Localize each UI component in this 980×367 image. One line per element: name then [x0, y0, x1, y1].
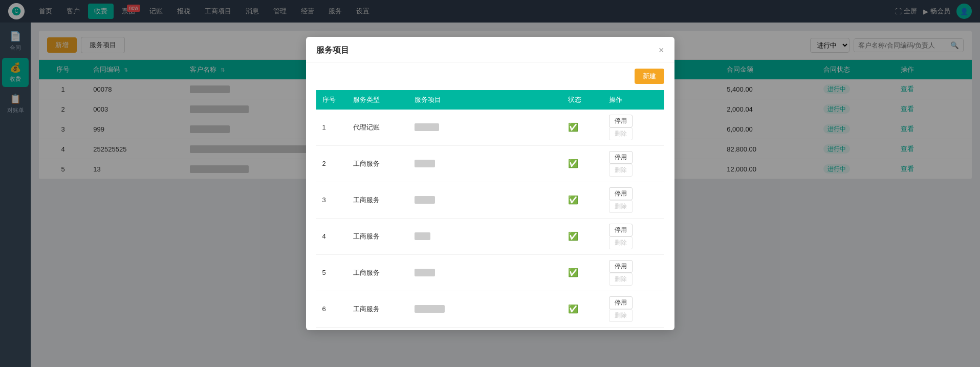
modal-table-row: 6 工商服务 ██████ ✅ 停用 删除 [316, 291, 664, 327]
stop-button[interactable]: 停用 [609, 115, 633, 127]
modal-table-row: 4 工商服务 ███ ✅ 停用 删除 [316, 218, 664, 254]
modal-table: 序号 服务类型 服务项目 状态 操作 1 代理记账 ████1 ✅ 停用 删除 … [316, 90, 664, 331]
modal-cell-status: ✅ [562, 182, 603, 218]
modal-cell-seq: 3 [316, 182, 347, 218]
stop-button[interactable]: 停用 [609, 187, 633, 200]
modal-body: 序号 服务类型 服务项目 状态 操作 1 代理记账 ████1 ✅ 停用 删除 … [306, 90, 674, 331]
service-modal: 服务项目 × 新建 序号 服务类型 服务项目 状态 操作 1 代理记账 [306, 37, 674, 331]
modal-cell-seq: 7 [316, 327, 347, 330]
delete-button[interactable]: 删除 [609, 273, 633, 286]
modal-cell-seq: 1 [316, 110, 347, 146]
modal-cell-seq: 2 [316, 145, 347, 182]
modal-th-item: 服务项目 [408, 90, 562, 110]
modal-cell-item: ████ [408, 182, 562, 218]
modal-cell-status: ✅ [562, 218, 603, 254]
modal-cell-seq: 6 [316, 291, 347, 327]
status-check-icon: ✅ [568, 196, 578, 204]
modal-cell-type: 工商服务 [347, 145, 408, 182]
status-check-icon: ✅ [568, 305, 578, 313]
delete-button[interactable]: 删除 [609, 309, 633, 322]
modal-table-body: 1 代理记账 ████1 ✅ 停用 删除 2 工商服务 ████ ✅ 停用 删除… [316, 110, 664, 331]
modal-cell-action: 停用 删除 [603, 327, 664, 330]
modal-th-status: 状态 [562, 90, 603, 110]
modal-cell-item: ███ [408, 218, 562, 254]
modal-cell-seq: 5 [316, 254, 347, 291]
modal-cell-type: 工商服务 [347, 182, 408, 218]
modal-cell-status: ✅ [562, 254, 603, 291]
modal-cell-type: 工商服务 [347, 327, 408, 330]
modal-cell-action: 停用 删除 [603, 291, 664, 327]
modal-header: 服务项目 × [306, 37, 674, 62]
modal-cell-action: 停用 删除 [603, 145, 664, 182]
stop-button[interactable]: 停用 [609, 151, 633, 164]
modal-cell-action: 停用 删除 [603, 110, 664, 146]
modal-cell-action: 停用 删除 [603, 182, 664, 218]
modal-cell-type: 工商服务 [347, 254, 408, 291]
modal-cell-status: ✅ [562, 291, 603, 327]
delete-button[interactable]: 删除 [609, 127, 633, 140]
modal-toolbar: 新建 [306, 62, 674, 90]
modal-cell-item: ████ [408, 254, 562, 291]
modal-cell-type: 代理记账 [347, 110, 408, 146]
status-check-icon: ✅ [568, 232, 578, 241]
status-check-icon: ✅ [568, 123, 578, 132]
stop-button[interactable]: 停用 [609, 296, 633, 309]
stop-button[interactable]: 停用 [609, 224, 633, 236]
modal-cell-action: 停用 删除 [603, 254, 664, 291]
status-check-icon: ✅ [568, 268, 578, 277]
modal-new-button[interactable]: 新建 [635, 69, 664, 84]
modal-table-row: 2 工商服务 ████ ✅ 停用 删除 [316, 145, 664, 182]
modal-th-type: 服务类型 [347, 90, 408, 110]
modal-overlay[interactable]: 服务项目 × 新建 序号 服务类型 服务项目 状态 操作 1 代理记账 [0, 0, 980, 367]
modal-table-header: 序号 服务类型 服务项目 状态 操作 [316, 90, 664, 110]
modal-cell-item: ███ [408, 327, 562, 330]
modal-th-seq: 序号 [316, 90, 347, 110]
modal-cell-status: ✅ [562, 327, 603, 330]
modal-title: 服务项目 [316, 45, 349, 56]
modal-cell-type: 工商服务 [347, 291, 408, 327]
modal-table-row: 1 代理记账 ████1 ✅ 停用 删除 [316, 110, 664, 146]
modal-cell-item: ██████ [408, 291, 562, 327]
modal-th-action: 操作 [603, 90, 664, 110]
modal-cell-status: ✅ [562, 110, 603, 146]
delete-button[interactable]: 删除 [609, 200, 633, 213]
modal-cell-seq: 4 [316, 218, 347, 254]
modal-close-button[interactable]: × [659, 45, 664, 56]
delete-button[interactable]: 删除 [609, 236, 633, 249]
modal-cell-item: ████1 [408, 110, 562, 146]
modal-table-row: 3 工商服务 ████ ✅ 停用 删除 [316, 182, 664, 218]
modal-table-row: 7 工商服务 ███ ✅ 停用 删除 [316, 327, 664, 330]
modal-table-row: 5 工商服务 ████ ✅ 停用 删除 [316, 254, 664, 291]
stop-button[interactable]: 停用 [609, 260, 633, 273]
delete-button[interactable]: 删除 [609, 164, 633, 177]
status-check-icon: ✅ [568, 159, 578, 168]
modal-cell-item: ████ [408, 145, 562, 182]
modal-cell-type: 工商服务 [347, 218, 408, 254]
modal-cell-action: 停用 删除 [603, 218, 664, 254]
modal-cell-status: ✅ [562, 145, 603, 182]
